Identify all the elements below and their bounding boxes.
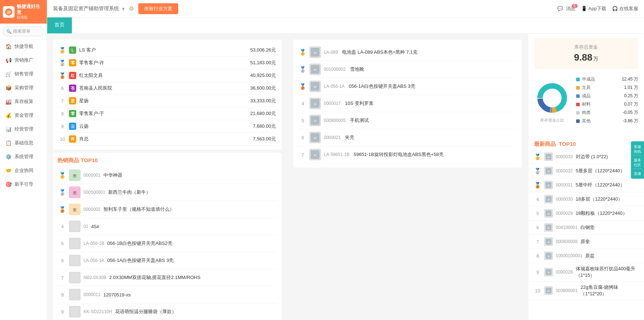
nav-marketing[interactable]: 📢 营销推广 bbox=[0, 53, 47, 67]
settings-icon[interactable]: ⚙ bbox=[129, 5, 134, 12]
legend-value-1: 12.45 万 bbox=[622, 76, 638, 82]
new-product-name-4: 18多层（1220*2440） bbox=[576, 196, 638, 202]
svg-rect-8 bbox=[70, 222, 79, 231]
new-product-code-7: 000800008 bbox=[556, 239, 578, 244]
product-code-7: LA-59651-1B bbox=[324, 152, 350, 157]
nav-guide[interactable]: 🎯 新手引导 bbox=[0, 177, 47, 191]
svg-text:AI: AI bbox=[314, 153, 317, 157]
nav-operations[interactable]: 📊 经营管理 bbox=[0, 122, 47, 136]
svg-text:AI: AI bbox=[314, 51, 317, 54]
right-panel: 库存总资金 9.88 万 bbox=[528, 34, 644, 320]
customer-rank-row-2: 🥈 零 零售客户-许 51,183.00元 bbox=[57, 57, 277, 69]
legend-color-1 bbox=[576, 78, 580, 81]
nav-inventory-icon: 🏭 bbox=[5, 98, 12, 105]
nav-inventory[interactable]: 🏭 库存核算 bbox=[0, 95, 47, 108]
new-product-thumb-3: AI bbox=[544, 181, 553, 189]
legend-label-2: 文具 bbox=[582, 85, 622, 91]
livestream-button[interactable]: 直播 bbox=[633, 170, 642, 177]
hot-product-thumb-5 bbox=[69, 238, 81, 249]
svg-text:AI: AI bbox=[314, 68, 317, 71]
new-product-code-6: 004100001 bbox=[556, 225, 578, 230]
nav-system-label: 系统管理 bbox=[15, 153, 33, 160]
product-ranking-list: 🥇 AI LA-089 电池盖 LA-089 ABS本色+黑种 7.1克 🥈 A… bbox=[298, 44, 518, 163]
nav-purchase[interactable]: 📦 采购管理 bbox=[0, 81, 47, 95]
nav-enterprise[interactable]: 🤝 企业协同 bbox=[0, 164, 47, 177]
search-menu-button[interactable]: 🔍 搜索菜单 bbox=[3, 26, 44, 36]
nav-sales-icon: 🛒 bbox=[5, 71, 12, 77]
new-product-thumb-8: AI bbox=[544, 251, 553, 260]
svg-text:AI: AI bbox=[547, 227, 550, 229]
customer-value-4: 36,600.00元 bbox=[250, 85, 276, 91]
hot-product-row-7: 7 NB2.0X30B 2.0X30MM双搓花轴,搓花直径2.1MM/ROHS bbox=[57, 269, 277, 286]
nav-system[interactable]: ⚙️ 系统管理 bbox=[0, 150, 47, 164]
legend-item-3: 成品 0.25 万 bbox=[576, 93, 638, 99]
app-download-button[interactable]: 📱 App下载 bbox=[581, 5, 606, 12]
nav-quick[interactable]: 🏠 快捷导航 bbox=[0, 40, 47, 53]
customer-rank-row-4: 6 苍 苍南县人民医院 36,600.00元 bbox=[57, 82, 277, 95]
hot-product-row-3: 🥉 图 0000002 智利车子里（规格不知道填什么） bbox=[57, 201, 277, 218]
hot-products-title: 热销商品 TOP10 bbox=[57, 157, 277, 164]
sidebar: 好 畅捷通好生意 标准版 🔍 搜索菜单 🏠 快捷导航 📢 营销推广 🛒 销售管理… bbox=[0, 0, 47, 320]
message-count: 6 bbox=[572, 4, 578, 8]
legend-label-5: 肉类 bbox=[582, 110, 620, 116]
search-icon: 🔍 bbox=[6, 29, 12, 34]
new-product-name-1: 封边带 (1.0*22) bbox=[576, 153, 638, 160]
search-menu-label: 搜索菜单 bbox=[13, 28, 30, 34]
chart-label: 库存资金占比 bbox=[540, 118, 564, 123]
product-code-2: 001000002 bbox=[324, 67, 346, 72]
new-medal-1: 🥇 bbox=[534, 153, 541, 160]
sidebar-search-area: 🔍 搜索菜单 bbox=[0, 24, 47, 40]
mobile-icon: 📱 bbox=[581, 6, 587, 11]
product-name-6: 夹壳 bbox=[345, 135, 354, 140]
new-product-row-8: 8 AI 10000100001 原盆 bbox=[528, 249, 644, 263]
hot-product-thumb-8 bbox=[69, 289, 81, 300]
nav-basic-info-icon: 📋 bbox=[5, 140, 12, 146]
new-product-row-9: 9 AI 0000028 体城嘉枚味苏打饮品400毫升（1*15） bbox=[528, 263, 644, 282]
float-service-panel: 客服 热线 服务 社区 直播 bbox=[631, 141, 644, 179]
new-product-code-4: 0000030 bbox=[556, 197, 573, 202]
hot-product-row-5: 5 LA-056-1B 056-1B白色按键开关壳ABS2壳 bbox=[57, 235, 277, 252]
new-medal-3: 🥉 bbox=[534, 182, 541, 189]
online-service-button[interactable]: 🎧 在线客服 bbox=[612, 5, 638, 12]
legend-label-6: 其他 bbox=[582, 118, 620, 124]
customer-rank-row-3: 🥉 红 红太阳文具 40,925.00元 bbox=[57, 69, 277, 82]
legend-value-3: 0.25 万 bbox=[624, 93, 638, 99]
system-selector[interactable]: 装备及固定资产辅助管理系统 ▾ bbox=[53, 5, 125, 12]
nav-guide-icon: 🎯 bbox=[5, 181, 12, 188]
new-product-name-9: 体城嘉枚味苏打饮品400毫升（1*15） bbox=[576, 266, 638, 279]
nav-finance[interactable]: 💰 资金管理 bbox=[0, 108, 47, 122]
content-left: 🥇 L LS 客户 53,006.26元 🥈 零 零售客户-许 51,183.0… bbox=[47, 34, 528, 320]
svg-text:AI: AI bbox=[547, 290, 550, 292]
nav-sales[interactable]: 🛒 销售管理 bbox=[0, 67, 47, 81]
customer-icon-5: 星 bbox=[69, 97, 76, 104]
hot-product-name-4: 45# bbox=[91, 224, 99, 229]
nav-basic-info[interactable]: 📋 基础信息 bbox=[0, 136, 47, 150]
hot-product-name-1: 中华神器 bbox=[103, 172, 122, 179]
customer-name-6: 零售客户-于 bbox=[79, 110, 247, 117]
inventory-section: 库存总资金 9.88 万 bbox=[528, 34, 644, 134]
trial-button[interactable]: 体验行业方案 bbox=[138, 3, 178, 14]
new-product-code-5: 0000029 bbox=[556, 211, 573, 216]
hot-product-row-2: 🥈 图 000500001 新西兰牛肉（新牛） bbox=[57, 184, 277, 201]
product-ranking-section: 🥇 AI LA-089 电池盖 LA-089 ABS本色+黑种 7.1克 🥈 A… bbox=[293, 40, 522, 168]
new-product-code-3: 0000031 bbox=[556, 182, 573, 188]
online-service-label: 在线客服 bbox=[619, 5, 638, 12]
customer-service-hotline-button[interactable]: 客服 热线 bbox=[633, 143, 642, 156]
tab-home[interactable]: 首页 bbox=[47, 17, 72, 33]
main-area: 装备及固定资产辅助管理系统 ▾ ⚙ 体验行业方案 💬 6 消息 📱 App下载 … bbox=[47, 0, 644, 320]
headset-icon: 🎧 bbox=[612, 6, 618, 11]
svg-rect-11 bbox=[70, 273, 79, 282]
product-rank-row-6: 6 AI 0000021 夹壳 bbox=[298, 129, 518, 146]
gold-medal-icon: 🥇 bbox=[59, 47, 66, 54]
product-thumb-7: AI bbox=[309, 149, 321, 160]
customer-rank-row-8: 10 肖 肖总 7,563.00元 bbox=[57, 133, 277, 145]
hot-products-list: 🥇 图 0000001 中华神器 🥈 bbox=[57, 167, 277, 320]
message-badge-container[interactable]: 💬 6 消息 bbox=[557, 5, 575, 12]
product-rank-row-7: 7 AI LA-59651-1B 59651-1B旋转投影灯电池盒ABS黑色+5… bbox=[298, 146, 518, 163]
new-products-section: 最新商品 TOP10 🥇 AI 0000033 封边带 (1.0*22) 🥈 A… bbox=[528, 136, 644, 300]
customer-value-5: 33,333.00元 bbox=[250, 98, 276, 104]
service-community-button[interactable]: 服务 社区 bbox=[633, 156, 642, 169]
svg-rect-13 bbox=[70, 307, 79, 316]
nav-basic-info-label: 基础信息 bbox=[15, 140, 33, 146]
customer-icon-7: 云 bbox=[69, 123, 76, 130]
